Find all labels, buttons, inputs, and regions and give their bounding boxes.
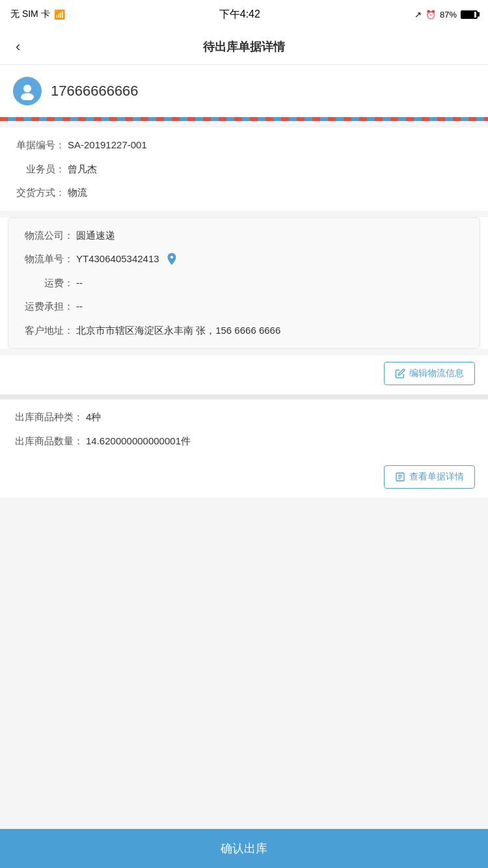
edit-logistics-row: 编辑物流信息 [0,355,488,394]
logistics-company-value: 圆通速递 [76,228,467,243]
dashed-divider [0,117,488,121]
freight-bearer-row: 运费承担： -- [21,299,467,314]
edit-logistics-label: 编辑物流信息 [409,368,464,379]
document-icon [395,472,405,482]
goods-quantity-row: 出库商品数量： 14.620000000000001件 [13,434,475,449]
status-bar: 无 SIM 卡 📶 下午4:42 ↗ ⏰ 87% [0,0,488,29]
carrier-text: 无 SIM 卡 [10,8,50,20]
confirm-btn-container: 确认出库 [0,829,488,868]
svg-point-1 [21,93,34,100]
freight-row: 运费： -- [21,276,467,291]
status-bar-left: 无 SIM 卡 📶 [10,8,65,20]
order-no-value: SA-20191227-001 [68,138,475,153]
user-icon [18,82,36,100]
order-no-row: 单据编号： SA-20191227-001 [13,138,475,153]
section-divider [0,394,488,400]
goods-quantity-value: 14.620000000000001件 [86,434,475,449]
detail-btn-row: 查看单据详情 [0,459,488,498]
battery-fill [462,12,474,18]
salesman-row: 业务员： 曾凡杰 [13,162,475,177]
address-label: 客户地址： [21,323,74,338]
location-arrow-icon: ↗ [414,10,422,20]
wifi-icon: 📶 [54,9,65,20]
bottom-spacer [0,498,488,628]
freight-bearer-label: 运费承担： [21,299,74,314]
freight-label: 运费： [21,276,74,291]
status-bar-right: ↗ ⏰ 87% [414,10,478,20]
order-info-section: 单据编号： SA-20191227-001 业务员： 曾凡杰 交货方式： 物流 [0,128,488,211]
location-pin-icon[interactable] [165,252,179,266]
svg-point-0 [23,85,31,92]
delivery-method-label: 交货方式： [13,185,65,200]
delivery-method-value: 物流 [68,185,475,200]
delivery-method-row: 交货方式： 物流 [13,185,475,200]
goods-type-label: 出库商品种类： [13,410,83,425]
salesman-label: 业务员： [13,162,65,177]
back-button[interactable]: ‹ [10,33,25,61]
salesman-value: 曾凡杰 [68,162,475,177]
status-bar-time: 下午4:42 [219,8,260,21]
battery-percent: 87% [440,10,457,20]
edit-icon [395,368,405,379]
goods-quantity-label: 出库商品数量： [13,434,83,449]
freight-value: -- [76,276,467,291]
edit-logistics-button[interactable]: 编辑物流信息 [384,362,475,385]
view-detail-button[interactable]: 查看单据详情 [384,465,475,489]
battery-icon [461,10,478,19]
view-detail-label: 查看单据详情 [409,471,464,483]
address-row: 客户地址： 北京市市辖区海淀区永丰南 张，156 6666 6666 [21,323,467,338]
tracking-no-value: YT4306405342413 [76,252,467,267]
logistics-company-label: 物流公司： [21,228,74,243]
tracking-no-label: 物流单号： [21,252,74,267]
alarm-icon: ⏰ [426,10,436,20]
customer-phone: 17666666666 [51,83,139,100]
nav-bar: ‹ 待出库单据详情 [0,29,488,65]
order-no-label: 单据编号： [13,138,65,153]
goods-section: 出库商品种类： 4种 出库商品数量： 14.620000000000001件 [0,400,488,459]
freight-bearer-value: -- [76,299,467,314]
logistics-section: 物流公司： 圆通速递 物流单号： YT4306405342413 运费： -- … [8,217,480,349]
goods-type-row: 出库商品种类： 4种 [13,410,475,425]
goods-type-value: 4种 [86,410,475,425]
customer-header: 17666666666 [0,65,488,117]
tracking-no-row: 物流单号： YT4306405342413 [21,252,467,267]
address-value: 北京市市辖区海淀区永丰南 张，156 6666 6666 [76,323,467,338]
page-title: 待出库单据详情 [203,39,285,55]
confirm-outbound-button[interactable]: 确认出库 [0,829,488,868]
logistics-company-row: 物流公司： 圆通速递 [21,228,467,243]
tracking-no-text: YT4306405342413 [76,252,159,267]
avatar [13,77,42,105]
